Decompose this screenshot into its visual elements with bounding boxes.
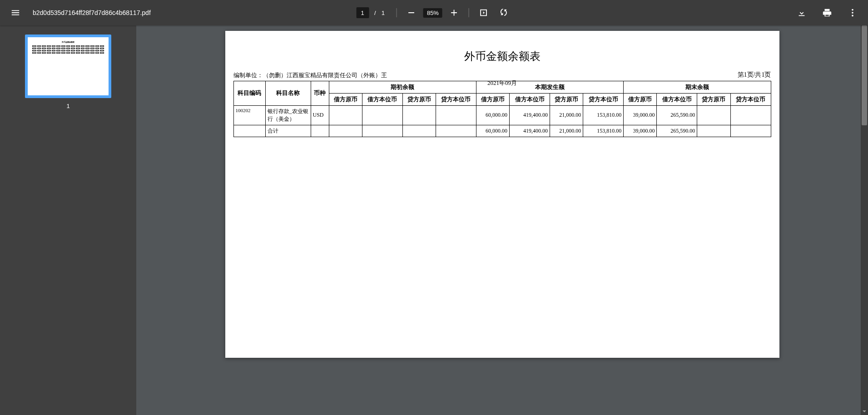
divider bbox=[469, 8, 469, 17]
thumbnail-sidebar: 外币金额余额表 1 bbox=[0, 25, 136, 415]
cell: 153,810.00 bbox=[583, 125, 624, 137]
balance-table: 科目编码 科目名称 币种 期初余额 本期发生额 期末余额 借方原币 借方本位币 … bbox=[233, 81, 771, 137]
th-open-db: 借方本位币 bbox=[362, 93, 402, 105]
pdf-page: 外币金额余额表 编制单位：（勿删）江西服宝精品有限责任公司（外账）王 2021年… bbox=[225, 31, 779, 358]
org-info: 编制单位：（勿删）江西服宝精品有限责任公司（外账）王 bbox=[233, 71, 387, 80]
vertical-scrollbar[interactable] bbox=[861, 25, 868, 415]
divider bbox=[397, 8, 397, 17]
th-code: 科目编码 bbox=[233, 81, 265, 105]
svg-point-2 bbox=[852, 15, 853, 17]
cell bbox=[329, 125, 362, 137]
th-close-cb: 贷方本位币 bbox=[730, 93, 771, 105]
zoom-level[interactable]: 85% bbox=[423, 8, 442, 18]
main-area: 外币金额余额表 1 外币金额余额表 编制单位：（勿删）江西服宝精品有限责任公司（… bbox=[0, 25, 868, 415]
cell: 39,000.00 bbox=[624, 105, 657, 125]
th-name: 科目名称 bbox=[265, 81, 311, 105]
document-filename: b2d0d535d7164ff28f7d7d86c4b68117.pdf bbox=[33, 9, 151, 16]
th-closing: 期末余额 bbox=[624, 81, 771, 93]
th-opening: 期初余额 bbox=[329, 81, 476, 93]
th-close-do: 借方原币 bbox=[624, 93, 657, 105]
cell: 21,000.00 bbox=[550, 105, 583, 125]
print-icon[interactable] bbox=[819, 5, 835, 21]
pdf-toolbar: b2d0d535d7164ff28f7d7d86c4b68117.pdf / 1… bbox=[0, 0, 868, 25]
cell: 419,400.00 bbox=[510, 105, 550, 125]
page-total: 1 bbox=[382, 10, 390, 16]
cell: 60,000.00 bbox=[476, 105, 509, 125]
th-open-co: 贷方原币 bbox=[402, 93, 436, 105]
cell-code: 100202 bbox=[233, 105, 265, 125]
th-open-do: 借方原币 bbox=[329, 93, 362, 105]
thumbnail-page-number: 1 bbox=[66, 103, 69, 109]
cell: 153,810.00 bbox=[583, 105, 624, 125]
cell: 265,590.00 bbox=[657, 105, 697, 125]
document-viewer[interactable]: 外币金额余额表 编制单位：（勿删）江西服宝精品有限责任公司（外账）王 2021年… bbox=[136, 25, 868, 415]
cell: 60,000.00 bbox=[476, 125, 509, 137]
table-row: 合计 60,000.00 419,400.00 21,000.00 153,81… bbox=[233, 125, 771, 137]
cell bbox=[329, 105, 362, 125]
cell bbox=[362, 105, 402, 125]
zoom-out-icon[interactable] bbox=[403, 5, 420, 21]
page-number-input[interactable] bbox=[356, 7, 369, 18]
cell bbox=[697, 125, 730, 137]
cell bbox=[730, 105, 771, 125]
th-close-co: 贷方原币 bbox=[697, 93, 730, 105]
cell bbox=[362, 125, 402, 137]
th-per-cb: 贷方本位币 bbox=[583, 93, 624, 105]
cell: 39,000.00 bbox=[624, 125, 657, 137]
cell: 265,590.00 bbox=[657, 125, 697, 137]
cell bbox=[730, 125, 771, 137]
org-label: 编制单位： bbox=[233, 72, 263, 79]
fit-page-icon[interactable] bbox=[476, 5, 492, 21]
th-currency: 币种 bbox=[311, 81, 329, 105]
th-per-db: 借方本位币 bbox=[510, 93, 550, 105]
th-per-co: 贷方原币 bbox=[550, 93, 583, 105]
page-separator: / bbox=[372, 10, 378, 16]
cell: 21,000.00 bbox=[550, 125, 583, 137]
cell-currency: USD bbox=[311, 105, 329, 125]
cell-code bbox=[233, 125, 265, 137]
svg-point-0 bbox=[852, 9, 853, 11]
menu-icon[interactable] bbox=[7, 5, 24, 21]
period: 2021年09月 bbox=[487, 79, 517, 87]
page-thumbnail[interactable]: 外币金额余额表 bbox=[25, 35, 111, 98]
cell bbox=[697, 105, 730, 125]
document-title: 外币金额余额表 bbox=[233, 49, 771, 64]
cell bbox=[436, 125, 476, 137]
svg-point-1 bbox=[852, 12, 853, 14]
th-per-do: 借方原币 bbox=[476, 93, 509, 105]
scroll-down-icon[interactable] bbox=[861, 408, 868, 415]
th-open-cb: 贷方本位币 bbox=[436, 93, 476, 105]
org-value: （勿删）江西服宝精品有限责任公司（外账）王 bbox=[263, 72, 387, 79]
cell: 419,400.00 bbox=[510, 125, 550, 137]
th-close-db: 借方本位币 bbox=[657, 93, 697, 105]
rotate-icon[interactable] bbox=[496, 5, 512, 21]
cell-name: 银行存款_农业银行（美金） bbox=[265, 105, 311, 125]
zoom-in-icon[interactable] bbox=[446, 5, 462, 21]
cell bbox=[402, 105, 436, 125]
scrollbar-thumb[interactable] bbox=[862, 25, 867, 125]
more-icon[interactable] bbox=[844, 5, 861, 21]
cell bbox=[402, 125, 436, 137]
table-row: 100202 银行存款_农业银行（美金） USD 60,000.00 419,4… bbox=[233, 105, 771, 125]
cell-currency bbox=[311, 125, 329, 137]
cell bbox=[436, 105, 476, 125]
page-info: 第1页/共1页 bbox=[738, 71, 771, 80]
cell-name: 合计 bbox=[265, 125, 311, 137]
download-icon[interactable] bbox=[794, 5, 810, 21]
